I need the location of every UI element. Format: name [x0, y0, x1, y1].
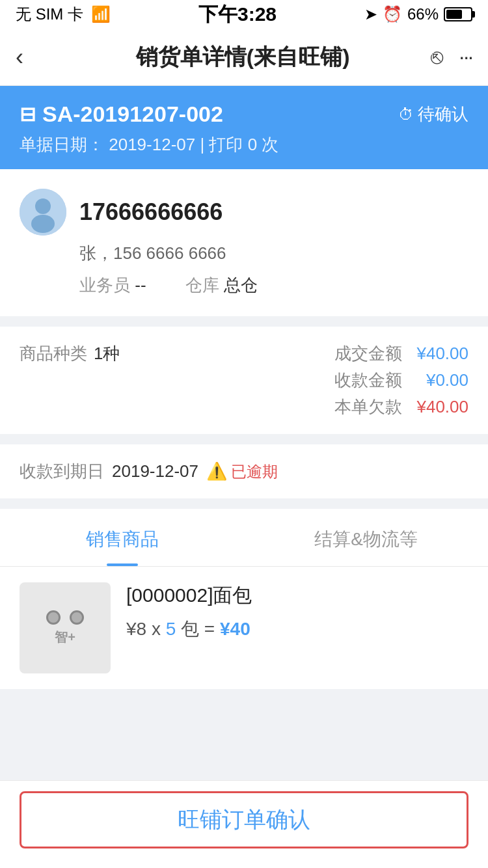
equals-symbol: =	[204, 619, 220, 639]
battery-indicator	[444, 7, 472, 21]
unit-price: ¥8	[126, 619, 146, 639]
product-total: ¥40	[220, 619, 251, 639]
status-left: 无 SIM 卡 📶	[16, 4, 111, 25]
received-value: ¥0.00	[410, 370, 468, 390]
salesperson-label: 业务员	[79, 275, 130, 295]
product-thumbnail: 智+	[33, 602, 98, 654]
product-price: ¥8 x 5 包 = ¥40	[126, 617, 468, 642]
tabs-bar: 销售商品 结算&物流等	[0, 509, 488, 567]
order-icon: ⊟	[20, 103, 36, 126]
amount-row: 成交金额 ¥40.00	[334, 342, 468, 365]
status-right: ➤ ⏰ 66%	[364, 5, 472, 23]
more-button[interactable]: ···	[459, 45, 472, 69]
summary-left: 商品种类 1种	[20, 342, 334, 365]
print-unit: 次	[262, 135, 278, 154]
product-type-row: 商品种类 1种	[20, 342, 334, 365]
date-label: 单据日期：	[20, 135, 104, 154]
share-button[interactable]: ⎋	[431, 45, 443, 69]
amount-label: 成交金额	[334, 342, 402, 365]
warning-icon: ⚠️	[206, 461, 227, 481]
order-status-badge: ⏱ 待确认	[398, 103, 468, 126]
page-title: 销货单详情(来自旺铺)	[55, 42, 431, 72]
owed-label: 本单欠款	[334, 396, 402, 418]
warehouse-label: 仓库	[185, 275, 219, 295]
salesperson-name: --	[135, 275, 146, 295]
customer-meta: 业务员 -- 仓库 总仓	[79, 274, 468, 297]
customer-detail: 张，156 6666 6666	[79, 242, 468, 265]
warehouse-field: 仓库 总仓	[185, 274, 258, 297]
wifi-icon: 📶	[91, 5, 111, 23]
owl-eye-right	[70, 610, 84, 625]
received-label: 收款金额	[334, 369, 402, 392]
received-row: 收款金额 ¥0.00	[334, 369, 468, 392]
overdue-label: 已逾期	[231, 461, 278, 482]
tab-sales-product[interactable]: 销售商品	[0, 509, 244, 566]
owl-eyes	[46, 610, 84, 625]
product-info: [0000002]面包 ¥8 x 5 包 = ¥40	[126, 582, 468, 642]
clock-icon: ⏱	[398, 105, 414, 124]
svg-point-1	[35, 198, 51, 214]
time-label: 下午3:28	[198, 1, 277, 28]
product-type-value: 1种	[94, 342, 120, 365]
warehouse-value: 总仓	[224, 275, 258, 295]
order-status-label: 待确认	[418, 103, 468, 126]
tab-settlement[interactable]: 结算&物流等	[244, 509, 488, 566]
unit-label: 包	[181, 619, 199, 639]
status-bar: 无 SIM 卡 📶 下午3:28 ➤ ⏰ 66%	[0, 0, 488, 29]
owed-row: 本单欠款 ¥40.00	[334, 396, 468, 418]
owed-value: ¥40.00	[410, 397, 468, 417]
customer-section: 17666666666 张，156 6666 6666 业务员 -- 仓库 总仓	[0, 169, 488, 316]
due-date-section: 收款到期日 2019-12-07 ⚠️ 已逾期	[0, 444, 488, 498]
product-name: [0000002]面包	[126, 582, 468, 609]
order-date-row: 单据日期： 2019-12-07 | 打印 0 次	[20, 133, 468, 156]
print-count: 0	[248, 135, 257, 154]
summary-section: 商品种类 1种 成交金额 ¥40.00 收款金额 ¥0.00 本单欠款 ¥40.…	[0, 327, 488, 434]
product-section: 智+ [0000002]面包 ¥8 x 5 包 = ¥40	[0, 567, 488, 689]
svg-point-2	[31, 215, 55, 233]
order-date: 2019-12-07	[109, 135, 195, 154]
location-icon: ➤	[364, 5, 377, 23]
avatar	[20, 189, 66, 236]
amount-value: ¥40.00	[410, 344, 468, 364]
carrier-label: 无 SIM 卡	[16, 4, 83, 25]
order-id: ⊟ SA-20191207-002	[20, 102, 223, 127]
product-image: 智+	[20, 582, 111, 673]
overdue-badge: ⚠️ 已逾期	[206, 461, 278, 482]
product-type-label: 商品种类	[20, 342, 87, 365]
print-label: | 打印	[200, 135, 247, 154]
owl-eye-left	[46, 610, 61, 625]
product-qty: 5	[166, 619, 176, 639]
confirm-order-button[interactable]: 旺铺订单确认	[20, 791, 468, 848]
battery-label: 66%	[407, 5, 439, 23]
back-button[interactable]: ‹	[16, 44, 55, 71]
nav-bar: ‹ 销货单详情(来自旺铺) ⎋ ···	[0, 29, 488, 86]
order-header-card: ⊟ SA-20191207-002 ⏱ 待确认 单据日期： 2019-12-07…	[0, 86, 488, 169]
owl-text: 智+	[55, 629, 75, 646]
summary-right: 成交金额 ¥40.00 收款金额 ¥0.00 本单欠款 ¥40.00	[334, 342, 468, 418]
bottom-bar: 旺铺订单确认	[0, 780, 488, 868]
due-date-label: 收款到期日	[20, 460, 104, 483]
alarm-icon: ⏰	[383, 5, 402, 23]
due-date-value: 2019-12-07	[112, 461, 198, 481]
customer-phone: 17666666666	[79, 198, 223, 226]
multiply-symbol: x	[152, 619, 166, 639]
order-id-value: SA-20191207-002	[42, 102, 223, 127]
salesperson-field: 业务员 --	[79, 274, 146, 297]
nav-actions: ⎋ ···	[431, 45, 472, 69]
